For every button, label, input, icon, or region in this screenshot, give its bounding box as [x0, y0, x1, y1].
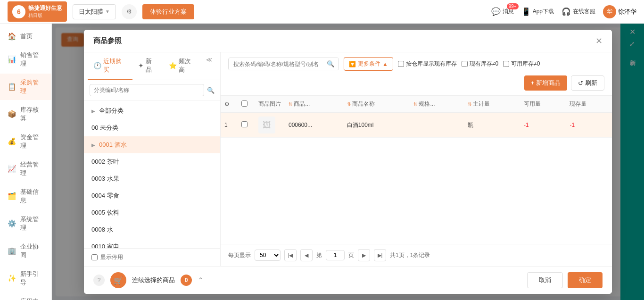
gear-icon[interactable]: ⚙ — [122, 4, 137, 19]
cat-item-0010[interactable]: 0010 家电 — [84, 238, 220, 248]
th-image: 商品图片 — [255, 96, 285, 113]
sidebar-item-label: 库存核算 — [20, 106, 44, 123]
row-name: 白酒100ml — [343, 113, 410, 138]
cat-item-all[interactable]: ▶ 全部分类 — [84, 102, 220, 119]
tab-new-product[interactable]: ✦ 新品 — [132, 52, 163, 80]
sidebar-item-label: 销售管理 — [20, 51, 44, 68]
username-label: 徐泽华 — [618, 8, 636, 16]
refresh-icon: ↺ — [578, 80, 583, 87]
th-spec[interactable]: ⇅ 规格... — [410, 96, 464, 113]
th-unit[interactable]: ⇅ 主计量 — [464, 96, 520, 113]
stock-ne0-checkbox[interactable] — [462, 61, 468, 67]
user-info[interactable]: 华 徐泽华 — [603, 5, 636, 18]
sidebar-item-guide[interactable]: ✨ 新手引导 — [0, 265, 51, 292]
warehouse-stock-checkbox-label[interactable]: 按仓库显示现有库存 — [398, 60, 457, 68]
tab-recent-purchase[interactable]: 🕐 近期购买 — [88, 52, 132, 80]
table-row[interactable]: 1 🖼 000600... 白酒100ml — [221, 113, 612, 138]
sidebar-item-purchase[interactable]: 📋 采购管理 — [0, 74, 51, 100]
sidebar-item-label: 资金管理 — [20, 133, 44, 150]
nav-dropdown[interactable]: 日太阳膜 ▼ — [73, 4, 116, 19]
cancel-button[interactable]: 取消 — [527, 272, 563, 288]
nav-dropdown-label: 日太阳膜 — [79, 8, 103, 16]
category-search-input[interactable] — [90, 84, 204, 96]
modal-header: 商品参照 ✕ — [84, 30, 612, 52]
sidebar-item-enterprise[interactable]: 🏢 企业协同 — [0, 238, 51, 264]
inventory-icon: 📦 — [8, 110, 17, 118]
page-prev-button[interactable]: ◀ — [300, 249, 313, 261]
per-page-select[interactable]: 50 10 20 100 — [255, 250, 281, 261]
page-next-button[interactable]: ▶ — [358, 249, 370, 261]
cart-button[interactable]: 🛒 — [110, 272, 126, 288]
sidebar-item-basic[interactable]: 🗂️ 基础信息 — [0, 183, 51, 209]
th-settings[interactable]: ⚙ — [221, 96, 238, 113]
page-first-button[interactable]: |◀ — [284, 249, 297, 261]
th-name[interactable]: ⇅ 商品名称 — [343, 96, 410, 113]
sidebar-item-finance[interactable]: 💰 资金管理 — [0, 128, 51, 155]
cat-item-0004[interactable]: 0004 零食 — [84, 187, 220, 204]
footer-left: ? 🛒 连续选择的商品 0 ⌃ — [93, 272, 204, 288]
search-bar: 🔍 — [228, 58, 339, 70]
usable-ne0-checkbox-label[interactable]: 可用库存≠0 — [503, 60, 540, 68]
cat-item-0003[interactable]: 0003 水果 — [84, 170, 220, 187]
category-search: 🔍 — [84, 80, 220, 100]
filter-icon: 🔽 — [349, 61, 356, 67]
sidebar-item-home[interactable]: 🏠 首页 — [0, 27, 51, 45]
tab-frequent[interactable]: ⭐ 频次高 — [163, 52, 202, 80]
modal-footer: ? 🛒 连续选择的商品 0 ⌃ 取消 确定 — [84, 266, 612, 294]
display-disabled-checkbox[interactable] — [91, 254, 98, 260]
pagination-bar: 每页显示 50 10 20 100 |◀ ◀ 第 页 — [221, 244, 612, 266]
avatar: 华 — [603, 5, 616, 18]
select-all-checkbox[interactable] — [241, 100, 248, 107]
stock-ne0-checkbox-label[interactable]: 现有库存≠0 — [462, 60, 498, 68]
experience-button[interactable]: 体验行业方案 — [142, 4, 194, 19]
modal-close-button[interactable]: ✕ — [595, 37, 603, 45]
app-download-item[interactable]: 📱 App下载 — [521, 7, 554, 16]
sidebar-item-label: 首页 — [20, 32, 33, 41]
refresh-button[interactable]: ↺ 刷新 — [571, 75, 604, 91]
page-last-button[interactable]: ▶| — [374, 249, 386, 261]
help-icon[interactable]: ? — [93, 275, 105, 286]
message-icon[interactable]: 💬 99+ 消息 — [491, 7, 514, 16]
sort-name-icon: ⇅ — [347, 101, 351, 107]
sidebar-item-label: 采购管理 — [20, 78, 44, 95]
cat-item-0002[interactable]: 0002 茶叶 — [84, 153, 220, 170]
usable-ne0-checkbox[interactable] — [503, 61, 509, 67]
product-toolbar: 🔍 🔽 更多条件 ▲ 按仓库显示现有库存 — [221, 52, 612, 96]
row-stock: -1 — [566, 113, 612, 138]
row-code: 000600... — [285, 113, 343, 138]
confirm-button[interactable]: 确定 — [568, 272, 603, 288]
more-filters-button[interactable]: 🔽 更多条件 ▲ — [344, 57, 393, 71]
tab-new-label: 新品 — [146, 57, 157, 74]
collapse-footer-button[interactable]: ⌃ — [198, 276, 204, 285]
online-service-item[interactable]: 🎧 在线客服 — [561, 7, 595, 16]
add-product-button[interactable]: + 新增商品 — [524, 75, 567, 91]
cat-item-0001[interactable]: ▶ 0001 酒水 — [84, 136, 220, 153]
sidebar-item-system[interactable]: ⚙️ 系统管理 — [0, 210, 51, 237]
logo[interactable]: 6 畅捷通好生意 精日版 — [8, 1, 67, 22]
product-search-input[interactable] — [229, 58, 323, 70]
product-thumbnail: 🖼 — [258, 117, 275, 133]
row-checkbox[interactable] — [241, 121, 248, 127]
product-reference-modal: 商品参照 ✕ 🕐 近期购买 ✦ — [84, 30, 612, 294]
cat-item-0008[interactable]: 0008 水 — [84, 221, 220, 238]
cat-item-00[interactable]: 00 未分类 — [84, 119, 220, 136]
row-no: 1 — [221, 113, 238, 138]
warehouse-stock-checkbox[interactable] — [398, 61, 404, 67]
th-code[interactable]: ⇅ 商品... — [285, 96, 343, 113]
sidebar-item-inventory[interactable]: 📦 库存核算 — [0, 101, 51, 127]
sort-spec-icon: ⇅ — [413, 101, 417, 107]
product-search-button[interactable]: 🔍 — [323, 58, 339, 70]
modal-title: 商品参照 — [93, 36, 122, 45]
sidebar-item-sales[interactable]: 📊 销售管理 — [0, 46, 51, 73]
category-search-button[interactable]: 🔍 — [207, 87, 215, 94]
sidebar-item-apps[interactable]: 📱 应用中心 — [0, 292, 51, 300]
page-total-label: 共1页，1条记录 — [390, 251, 430, 259]
cat-item-0005[interactable]: 0005 饮料 — [84, 204, 220, 221]
row-check[interactable] — [238, 113, 255, 138]
page-number-input[interactable] — [326, 250, 345, 260]
online-service-label: 在线客服 — [573, 8, 595, 16]
sidebar-item-business[interactable]: 📈 经营管理 — [0, 156, 51, 182]
display-disabled-row: 显示停用 — [84, 248, 220, 266]
collapse-category-button[interactable]: ≪ — [202, 52, 216, 80]
toolbar-right: + 新增商品 ↺ 刷新 — [524, 75, 604, 91]
